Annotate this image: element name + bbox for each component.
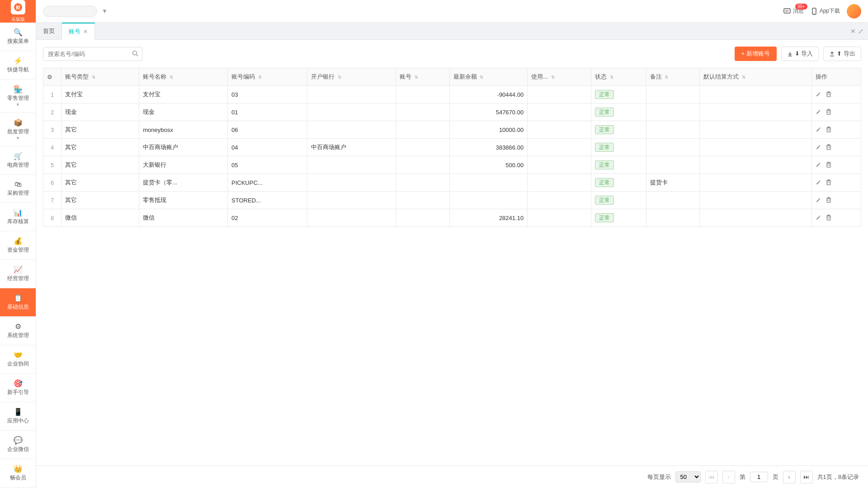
status-badge: 正常 [595, 213, 614, 222]
th-account[interactable]: 账号 ⇅ [396, 68, 450, 86]
edit-icon[interactable] [816, 214, 822, 222]
cell-bank [307, 156, 396, 174]
sidebar-item-guide[interactable]: 🎯 新手引导 [0, 374, 36, 402]
edit-icon[interactable] [816, 126, 822, 134]
sidebar-item-inventory[interactable]: 📊 库存核算 [0, 203, 36, 231]
cell-account [396, 121, 450, 139]
sidebar-item-wechat[interactable]: 💬 企业微信 [0, 431, 36, 459]
page-input[interactable] [750, 472, 768, 482]
cell-action [811, 174, 861, 192]
maximize-window-icon[interactable]: ⤢ [858, 28, 863, 35]
next-page-button[interactable]: › [783, 471, 796, 483]
dropdown-arrow[interactable]: ▼ [102, 8, 108, 14]
add-account-button[interactable]: + 新增账号 [735, 47, 777, 61]
th-type-label: 账号类型 [65, 73, 89, 80]
cell-bank [307, 209, 396, 227]
sidebar-item-quicknav[interactable]: ⚡ 快捷导航 [0, 51, 36, 80]
cell-action [811, 121, 861, 139]
sidebar-item-collab[interactable]: 🤝 企业协同 [0, 345, 36, 374]
status-badge: 正常 [595, 108, 614, 117]
sidebar-item-member[interactable]: 👑 畅会员 [0, 459, 36, 488]
tab-close-icon[interactable]: ✕ [83, 28, 88, 35]
prev-page-button[interactable]: ‹ [722, 471, 735, 483]
finance-icon: 💰 [2, 237, 33, 245]
cell-bank [307, 192, 396, 209]
sidebar-item-ecommerce[interactable]: 🛒 电商管理 [0, 146, 36, 175]
sidebar-item-basicinfo[interactable]: 📋 基础信息 [0, 288, 36, 317]
sidebar-item-appcenter[interactable]: 📱 应用中心 [0, 402, 36, 431]
delete-icon[interactable] [826, 161, 832, 169]
edit-icon[interactable] [816, 144, 822, 151]
th-type[interactable]: 账号类型 ⇅ [61, 68, 139, 86]
delete-icon[interactable] [826, 108, 832, 116]
last-page-button[interactable]: ⏭ [800, 471, 813, 483]
member-icon: 👑 [2, 465, 33, 473]
th-balance[interactable]: 最新余额 ⇅ [449, 68, 527, 86]
cell-settlement [700, 86, 811, 103]
ecommerce-icon: 🛒 [2, 152, 33, 160]
cell-account [396, 156, 450, 174]
th-usage[interactable]: 使用... ⇅ [528, 68, 591, 86]
cell-remark [646, 103, 700, 121]
accounts-table: ⚙ 账号类型 ⇅ 账号名称 ⇅ 账号编码 ⇅ 开户银行 [43, 68, 861, 227]
sidebar-item-retail[interactable]: 🏪 零售管理 ▼ [0, 80, 36, 113]
first-page-button[interactable]: ⏮ [705, 471, 718, 483]
chevron-down-icon: ▼ [16, 102, 20, 107]
edit-icon[interactable] [816, 197, 822, 204]
th-remark[interactable]: 备注 ⇅ [646, 68, 700, 86]
cell-usage [528, 121, 591, 139]
delete-icon[interactable] [826, 214, 832, 222]
avatar[interactable] [847, 4, 861, 19]
th-settlement[interactable]: 默认结算方式 ⇅ [700, 68, 811, 86]
tab-home[interactable]: 首页 [36, 23, 62, 40]
close-window-icon[interactable]: ✕ [850, 28, 856, 35]
th-code[interactable]: 账号编码 ⇅ [228, 68, 307, 86]
action-buttons: + 新增账号 ⬇ 导入 ⬆ 导出 [735, 47, 861, 61]
delete-icon[interactable] [826, 144, 832, 151]
delete-icon[interactable] [826, 126, 832, 134]
tab-home-label: 首页 [43, 27, 55, 35]
th-status[interactable]: 状态 ⇅ [591, 68, 646, 86]
export-label: ⬆ 导出 [837, 50, 855, 58]
delete-icon[interactable] [826, 197, 832, 204]
delete-icon[interactable] [826, 91, 832, 99]
edit-icon[interactable] [816, 179, 822, 187]
cell-type: 其它 [61, 174, 139, 192]
search-input[interactable] [43, 48, 128, 60]
import-button[interactable]: ⬇ 导入 [781, 47, 819, 61]
sidebar-item-wholesale[interactable]: 📦 批发管理 ▼ [0, 113, 36, 146]
th-settings[interactable]: ⚙ [43, 68, 61, 86]
cell-name: 微信 [139, 209, 228, 227]
edit-icon[interactable] [816, 91, 822, 99]
cell-code: PICKUPC... [228, 174, 307, 192]
cell-settlement [700, 174, 811, 192]
th-name[interactable]: 账号名称 ⇅ [139, 68, 228, 86]
action-icons [816, 214, 857, 222]
message-button[interactable]: 消息 99+ [783, 7, 804, 15]
cell-action [811, 156, 861, 174]
search-button[interactable] [128, 47, 142, 61]
sidebar-item-purchase[interactable]: 🛍 采购管理 [0, 175, 36, 203]
cell-settlement [700, 192, 811, 209]
search-icon [132, 50, 138, 56]
app-download-button[interactable]: App下载 [811, 7, 840, 15]
tab-account[interactable]: 账号 ✕ [62, 23, 95, 40]
th-bank[interactable]: 开户银行 ⇅ [307, 68, 396, 86]
sidebar-item-operations[interactable]: 📈 经营管理 [0, 260, 36, 288]
top-search-input[interactable] [43, 6, 97, 17]
cell-settlement [700, 103, 811, 121]
delete-icon[interactable] [826, 179, 832, 187]
cell-name: 中百商场账户 [139, 139, 228, 156]
th-status-label: 状态 [595, 73, 607, 80]
page-size-select[interactable]: 50 100 200 [675, 471, 701, 483]
cell-bank [307, 121, 396, 139]
edit-icon[interactable] [816, 108, 822, 116]
cell-remark [646, 209, 700, 227]
edit-icon[interactable] [816, 161, 822, 169]
cell-remark [646, 121, 700, 139]
cell-action [811, 192, 861, 209]
sidebar-item-finance[interactable]: 💰 资金管理 [0, 231, 36, 260]
sidebar-item-search[interactable]: 🔍 搜索菜单 [0, 23, 36, 51]
sidebar-item-system[interactable]: ⚙ 系统管理 [0, 317, 36, 345]
export-button[interactable]: ⬆ 导出 [823, 47, 861, 61]
